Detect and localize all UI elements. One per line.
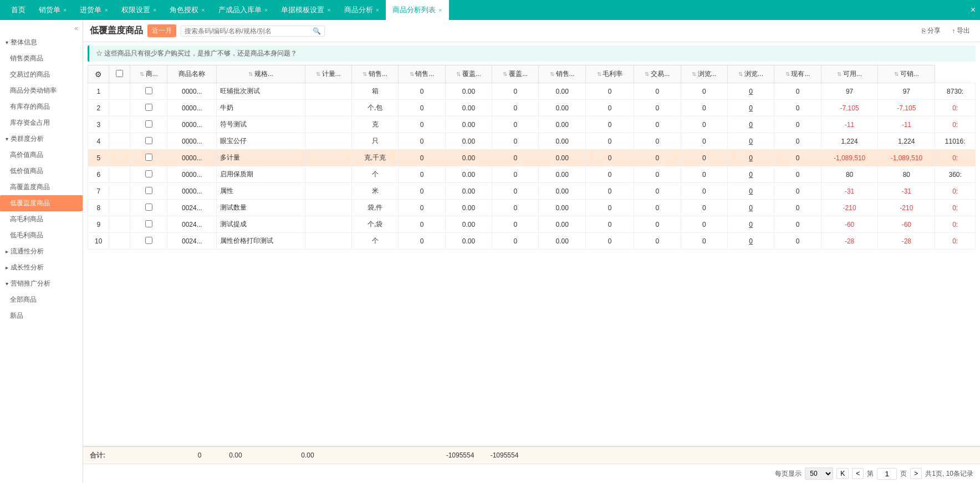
sidebar-group-overall[interactable]: ▾ 整体信息 — [0, 34, 83, 50]
close-analysis-tab-icon[interactable]: × — [376, 7, 379, 13]
sidebar-item-stock-capital[interactable]: 库存资金占用 — [0, 115, 83, 131]
close-template-tab-icon[interactable]: × — [327, 7, 330, 13]
search-icon[interactable]: 🔍 — [313, 27, 321, 35]
row-settings-6[interactable] — [109, 183, 130, 200]
row-select-8[interactable] — [145, 220, 152, 227]
close-all-tabs-button[interactable]: × — [971, 5, 976, 15]
first-page-button[interactable]: K — [836, 468, 849, 479]
row-select-9[interactable] — [145, 237, 152, 244]
row-select-5[interactable] — [145, 170, 152, 177]
per-page-select[interactable]: 50 20 100 — [805, 467, 833, 480]
available-stock-column-header[interactable]: 可用... — [821, 65, 878, 83]
prev-page-button[interactable]: < — [852, 468, 864, 479]
select-all-checkbox[interactable] — [116, 70, 123, 77]
sidebar-item-traded-goods[interactable]: 交易过的商品 — [0, 67, 83, 83]
page-number-input[interactable] — [877, 468, 897, 480]
row-browse1-2[interactable]: 0 — [727, 116, 774, 133]
row-select-6[interactable] — [145, 187, 152, 194]
row-browse1-0[interactable]: 0 — [727, 83, 774, 100]
sidebar-item-new-goods[interactable]: 新品 — [0, 308, 83, 324]
close-production-tab-icon[interactable]: × — [264, 7, 268, 13]
sidebar-item-high-margin[interactable]: 高毛利商品 — [0, 211, 83, 227]
sales-count-column-header[interactable]: 销售... — [539, 65, 585, 83]
nav-tab-sales[interactable]: 销货单 × — [32, 0, 73, 20]
current-stock-column-header[interactable]: 现有... — [774, 65, 821, 83]
saleable-column-header[interactable]: 可销... — [878, 65, 935, 83]
nav-tab-analysis-list[interactable]: 商品分析列表 × — [386, 0, 448, 20]
row-settings-8[interactable] — [109, 216, 130, 233]
row-select-1[interactable] — [145, 104, 152, 111]
row-browse1-9[interactable]: 0 — [727, 233, 774, 250]
row-browse1-8[interactable]: 0 — [727, 216, 774, 233]
browse1-column-header[interactable]: 浏览... — [681, 65, 727, 83]
browse2-column-header[interactable]: 浏览... — [727, 65, 774, 83]
row-browse1-4[interactable]: 0 — [727, 150, 774, 166]
sidebar-item-category-rate[interactable]: 商品分类动销率 — [0, 83, 83, 99]
sidebar-item-sales-goods[interactable]: 销售类商品 — [0, 50, 83, 67]
sidebar-item-stocked-goods[interactable]: 有库存的商品 — [0, 99, 83, 115]
sidebar-item-high-coverage[interactable]: 高覆盖度商品 — [0, 179, 83, 195]
row-settings-7[interactable] — [109, 200, 130, 216]
row-browse1-3[interactable]: 0 — [727, 133, 774, 150]
row-checkbox-4[interactable] — [130, 150, 167, 166]
sidebar-group-cluster[interactable]: ▾ 类群度分析 — [0, 131, 83, 147]
row-checkbox-5[interactable] — [130, 166, 167, 183]
sidebar-item-low-coverage[interactable]: 低覆盖度商品 — [0, 195, 83, 211]
sidebar-item-all-goods[interactable]: 全部商品 — [0, 292, 83, 308]
sidebar-collapse-button[interactable]: « — [0, 22, 83, 34]
sales-qty-column-header[interactable]: 销售... — [351, 65, 398, 83]
settings-column-header[interactable]: ⚙ — [88, 65, 109, 83]
row-browse1-1[interactable]: 0 — [727, 100, 774, 116]
coverage1-column-header[interactable]: 覆盖... — [445, 65, 492, 83]
row-checkbox-3[interactable] — [130, 133, 167, 150]
row-settings-1[interactable] — [109, 100, 130, 116]
export-button[interactable]: ↑ 导出 — [948, 24, 973, 37]
row-browse1-7[interactable]: 0 — [727, 200, 774, 216]
row-checkbox-9[interactable] — [130, 233, 167, 250]
sidebar-item-low-margin[interactable]: 低毛利商品 — [0, 227, 83, 243]
time-filter-button[interactable]: 近一月 — [147, 24, 176, 37]
nav-tab-production[interactable]: 产成品入库单 × — [212, 0, 274, 20]
row-settings-3[interactable] — [109, 133, 130, 150]
close-roles-tab-icon[interactable]: × — [201, 7, 205, 13]
row-select-3[interactable] — [145, 137, 152, 144]
row-select-0[interactable] — [145, 87, 152, 94]
row-checkbox-2[interactable] — [130, 116, 167, 133]
search-input[interactable] — [185, 27, 313, 35]
name-column-header[interactable]: 商品名称 — [167, 65, 217, 83]
row-settings-4[interactable] — [109, 150, 130, 166]
row-checkbox-0[interactable] — [130, 83, 167, 100]
coverage2-column-header[interactable]: 覆盖... — [492, 65, 539, 83]
nav-tab-template[interactable]: 单据模板设置 × — [274, 0, 337, 20]
spec-column-header[interactable]: 规格... — [217, 65, 305, 83]
sidebar-item-high-value[interactable]: 高价值商品 — [0, 147, 83, 163]
row-browse1-5[interactable]: 0 — [727, 166, 774, 183]
sales-amount-column-header[interactable]: 销售... — [399, 65, 445, 83]
sidebar-item-low-value[interactable]: 低价值商品 — [0, 163, 83, 179]
row-checkbox-7[interactable] — [130, 200, 167, 216]
sidebar-group-growth[interactable]: ▸ 成长性分析 — [0, 260, 83, 276]
row-settings-5[interactable] — [109, 166, 130, 183]
close-analysis-list-tab-icon[interactable]: × — [438, 7, 442, 13]
nav-tab-permissions[interactable]: 权限设置 × — [115, 0, 163, 20]
nav-tab-product-analysis[interactable]: 商品分析 × — [338, 0, 386, 20]
close-purchase-tab-icon[interactable]: × — [104, 7, 108, 13]
sidebar-group-liquidity[interactable]: ▸ 流通性分析 — [0, 243, 83, 260]
close-sales-tab-icon[interactable]: × — [63, 7, 67, 13]
close-permissions-tab-icon[interactable]: × — [153, 7, 156, 13]
row-settings-2[interactable] — [109, 116, 130, 133]
row-browse1-6[interactable]: 0 — [727, 183, 774, 200]
code-column-header[interactable]: 商... — [130, 65, 167, 83]
next-page-button[interactable]: > — [910, 468, 922, 479]
row-select-4[interactable] — [145, 154, 152, 161]
row-checkbox-8[interactable] — [130, 216, 167, 233]
row-checkbox-1[interactable] — [130, 100, 167, 116]
share-button[interactable]: ⎘ 分享 — [918, 24, 944, 37]
row-select-2[interactable] — [145, 120, 152, 128]
sidebar-group-marketing[interactable]: ▾ 营销推广分析 — [0, 276, 83, 292]
row-settings-9[interactable] — [109, 233, 130, 250]
unit-column-header[interactable]: 计量... — [305, 65, 351, 83]
row-checkbox-6[interactable] — [130, 183, 167, 200]
nav-tab-roles[interactable]: 角色授权 × — [163, 0, 211, 20]
row-settings-0[interactable] — [109, 83, 130, 100]
